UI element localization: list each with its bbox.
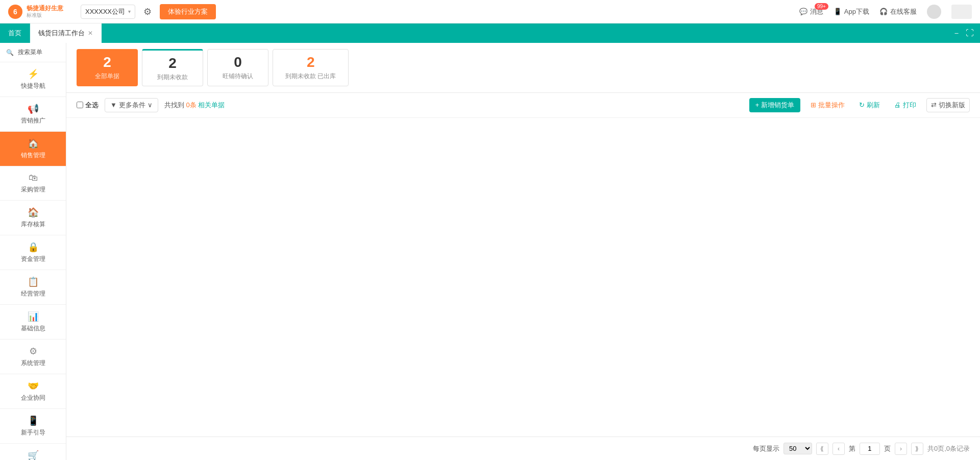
minimize-icon[interactable]: －: [952, 28, 961, 39]
logo-subtitle: 标准版: [27, 12, 63, 18]
tab-work[interactable]: 钱货日清工作台 ✕: [30, 23, 102, 43]
app-download-action[interactable]: 📱 App下载: [834, 7, 869, 16]
guide-icon: 📱: [28, 415, 39, 426]
add-button[interactable]: + 新增销货单: [749, 98, 800, 112]
page-input[interactable]: [860, 443, 880, 455]
message-badge: 99+: [815, 3, 828, 10]
toolbar: 全选 ▼ 更多条件 ∨ 共找到 0条 相关单据 + 新增销货单 ⊞ 批量操作: [66, 93, 980, 118]
new-version-button[interactable]: ⇄ 切换新版: [926, 98, 970, 112]
filter-button[interactable]: ▼ 更多条件 ∨: [105, 98, 158, 112]
per-page-label: 每页显示: [753, 444, 779, 453]
trial-button[interactable]: 体验行业方案: [160, 4, 216, 19]
chevron-down-icon: ∨: [148, 101, 153, 109]
page-size-select[interactable]: 50 10 20 100: [783, 443, 812, 454]
checkbox-input[interactable]: [77, 102, 83, 108]
chevron-down-icon: ▾: [128, 9, 131, 14]
stat-card-pending[interactable]: 0 旺铺待确认: [207, 49, 268, 86]
close-tab-icon[interactable]: ✕: [88, 30, 93, 37]
appcenter-icon: 🛒: [28, 450, 39, 460]
sidebar-item-label: 快捷导航: [21, 82, 45, 90]
settings-icon[interactable]: ⚙: [141, 4, 154, 19]
last-page-button[interactable]: ⟫: [911, 443, 923, 455]
operation-icon: 📋: [28, 276, 39, 287]
company-selector[interactable]: XXXXXX公司 ▾: [81, 5, 135, 19]
system-icon: ⚙: [29, 346, 37, 357]
stat-label-pending: 旺铺待确认: [223, 72, 253, 81]
maximize-icon[interactable]: ⛶: [966, 29, 974, 38]
company-name: XXXXXX公司: [85, 7, 125, 16]
first-page-button[interactable]: ⟪: [816, 443, 828, 455]
stat-num-overdue-stock: 2: [307, 54, 315, 71]
sidebar-item-finance[interactable]: 🔒 资金管理: [0, 235, 66, 270]
online-service-label: 在线客服: [890, 7, 917, 16]
batch-button[interactable]: ⊞ 批量操作: [806, 99, 849, 112]
sales-icon: 🏠: [28, 138, 39, 149]
nav-tabs: 首页 钱货日清工作台 ✕ － ⛶: [0, 23, 980, 43]
count-num: 0条: [186, 101, 197, 109]
stat-num-all: 2: [103, 54, 111, 71]
page-label: 第: [849, 444, 855, 453]
sidebar-item-system[interactable]: ⚙ 系统管理: [0, 340, 66, 374]
pagination-footer: 每页显示 50 10 20 100 ⟪ ‹ 第 页 › ⟫ 共0页,0条记录: [66, 437, 980, 460]
stat-num-pending: 0: [234, 54, 242, 71]
sidebar-item-label: 新手引导: [21, 428, 45, 437]
purchase-icon: 🛍: [29, 173, 38, 183]
logo-icon: 6: [8, 5, 22, 19]
print-button[interactable]: 🖨 打印: [890, 99, 920, 112]
stat-card-overdue[interactable]: 2 到期未收款: [142, 49, 203, 86]
stat-num-overdue: 2: [168, 55, 177, 72]
sidebar-search[interactable]: 🔍 搜索菜单: [0, 43, 66, 62]
stat-cards: 2 全部单据 2 到期未收款 0 旺铺待确认 2 到期未收款 已出库: [66, 43, 980, 93]
sidebar-item-enterprise[interactable]: 🤝 企业协同: [0, 374, 66, 409]
stat-label-all: 全部单据: [95, 72, 119, 81]
select-all-label: 全选: [85, 101, 99, 110]
sidebar-item-label: 基础信息: [21, 324, 45, 333]
select-all-checkbox[interactable]: 全选: [77, 101, 99, 110]
refresh-button[interactable]: ↻ 刷新: [855, 99, 884, 112]
stat-card-all[interactable]: 2 全部单据: [77, 49, 138, 86]
speaker-icon: 📢: [28, 103, 39, 114]
stat-card-overdue-stock[interactable]: 2 到期未收款 已出库: [273, 49, 349, 86]
next-page-button[interactable]: ›: [895, 443, 907, 455]
sidebar-item-basic[interactable]: 📊 基础信息: [0, 305, 66, 340]
print-icon: 🖨: [894, 101, 901, 109]
sidebar-item-label: 采购管理: [21, 185, 45, 194]
sidebar-item-inventory[interactable]: 🏠 库存核算: [0, 201, 66, 235]
sidebar-item-sales[interactable]: 🏠 销售管理: [0, 132, 66, 166]
refresh-icon: ↻: [859, 101, 865, 109]
tab-home[interactable]: 首页: [0, 23, 30, 43]
logo-text: 畅捷通好生意 标准版: [27, 5, 63, 18]
basic-icon: 📊: [28, 311, 39, 322]
sidebar-item-quick-nav[interactable]: ⚡ 快捷导航: [0, 62, 66, 97]
sidebar-item-marketing[interactable]: 📢 营销推广: [0, 97, 66, 132]
logo-title: 畅捷通好生意: [27, 5, 63, 12]
page-label-end: 页: [884, 444, 891, 453]
sidebar-item-guide[interactable]: 📱 新手引导: [0, 409, 66, 444]
inventory-icon: 🏠: [28, 207, 39, 218]
app-download-label: App下载: [844, 7, 869, 16]
avatar[interactable]: [927, 5, 941, 19]
flash-icon: ⚡: [28, 68, 39, 80]
sidebar-item-purchase[interactable]: 🛍 采购管理: [0, 166, 66, 201]
prev-page-button[interactable]: ‹: [832, 443, 845, 455]
count-text: 共找到 0条 相关单据: [164, 101, 225, 110]
search-icon: 🔍: [6, 49, 14, 56]
header: 6 畅捷通好生意 标准版 XXXXXX公司 ▾ ⚙ 体验行业方案 💬 消息 99…: [0, 0, 980, 23]
finance-icon: 🔒: [28, 241, 39, 253]
pagination-info: 共0页,0条记录: [927, 444, 970, 453]
sidebar-item-label: 营销推广: [21, 116, 45, 125]
sidebar-item-operation[interactable]: 📋 经营管理: [0, 270, 66, 305]
filter-label: 更多条件: [119, 101, 145, 110]
related-link[interactable]: 相关单据: [198, 101, 225, 109]
header-left: 6 畅捷通好生意 标准版 XXXXXX公司 ▾ ⚙ 体验行业方案: [8, 4, 216, 19]
table-area: [66, 118, 980, 437]
sidebar-item-label: 销售管理: [21, 151, 45, 160]
layout: 🔍 搜索菜单 ⚡ 快捷导航 📢 营销推广 🏠 销售管理 🛍 采购管理 🏠 库存核…: [0, 43, 980, 460]
user-name-area[interactable]: [951, 5, 972, 19]
message-action[interactable]: 💬 消息 99+: [799, 7, 823, 16]
sidebar-item-appcenter[interactable]: 🛒 应用中心: [0, 444, 66, 460]
message-icon: 💬: [799, 8, 807, 15]
online-service-action[interactable]: 🎧 在线客服: [879, 7, 917, 16]
sidebar-item-label: 经营管理: [21, 289, 45, 298]
main-content: 2 全部单据 2 到期未收款 0 旺铺待确认 2 到期未收款 已出库 全选: [66, 43, 980, 460]
